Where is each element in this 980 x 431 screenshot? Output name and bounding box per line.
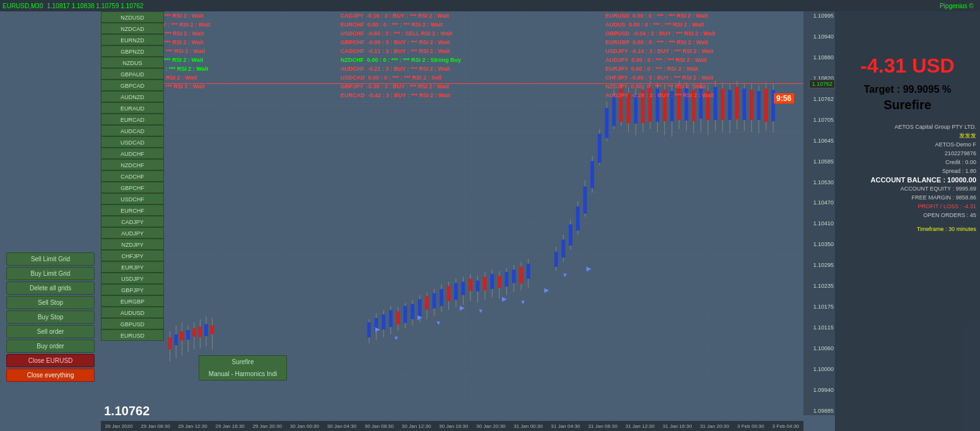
buy-stop-button[interactable]: Buy Stop [6,310,95,324]
pair-usdchf[interactable]: USDCHF [101,193,164,204]
pair-nzdchf[interactable]: NZDCHF [101,159,164,170]
price-tick: 1.10350 [805,241,834,247]
price-tick: 1.10880 [805,54,834,61]
signal-usdchf: USDCHF -0.65 : 3 : *** : SELL RSI 2 : Wa… [341,29,517,38]
price-tick: 1.10115 [805,324,834,331]
pair-audchf[interactable]: AUDCHF [101,148,164,159]
pair-nzdjpy[interactable]: NZDJPY [101,239,164,250]
svg-text:▼: ▼ [435,319,441,326]
svg-rect-27 [180,331,184,340]
svg-rect-43 [382,314,385,329]
pair-chfjpy[interactable]: CHFJPY [101,250,164,261]
pair-gbpcad[interactable]: GBPCAD [101,80,164,91]
dropdown-manual-harmonics[interactable]: Manual - Harmonics Indi [199,368,286,380]
close-everything-button[interactable]: Close everything [6,369,95,382]
signal-usdcad: USDCAD 0.00 : 0 : *** : *** RSI 2 : Sell [341,73,517,82]
time-tick: 3 Feb 04:30 [773,423,800,429]
delete-all-grids-button[interactable]: Delete all grids [6,281,95,295]
svg-rect-95 [590,161,594,188]
pair-audjpy[interactable]: AUDJPY [101,227,164,239]
pair-nzdus[interactable]: NZDUS [101,57,164,68]
signal-eurcad: EURCAD -0.42 : 3 : BUY : *** RSI 2 : Wai… [341,91,517,100]
svg-rect-39 [367,322,371,338]
svg-text:▶: ▶ [502,295,507,302]
time-scale: 29 Jan 2020 29 Jan 08:30 29 Jan 12:30 29… [101,421,803,431]
time-tick: 31 Jan 08:30 [588,423,617,429]
signal-audjpy-col3b: AUDJPY -0.29 : 3 : BUY : *** RSI 2 : Wai… [605,91,782,100]
svg-rect-51 [411,304,414,319]
pair-audusd[interactable]: AUDUSD [101,307,164,318]
pair-cadchf[interactable]: CADCHF [101,170,164,182]
sell-order-button[interactable]: Sell order [6,325,95,338]
time-tick: 31 Jan 20:30 [700,423,729,429]
svg-rect-73 [491,274,494,289]
buy-limit-grid-button[interactable]: Buy Limit Grid [6,267,95,280]
buy-order-button[interactable]: Buy order [6,339,95,353]
price-tick: 1.10175 [805,304,834,310]
pair-eurnzd[interactable]: EURNZD [101,34,164,45]
close-eurusd-button[interactable]: Close EURUSD [6,354,95,367]
pair-gbpjpy[interactable]: GBPJPY [101,284,164,295]
svg-rect-85 [554,252,558,267]
right-info-panel: -4.31 USD Target : 99.9095 % Surefire AE… [835,11,980,431]
svg-rect-31 [192,328,196,336]
pair-eurusd[interactable]: EURUSD [101,329,164,341]
svg-rect-81 [519,267,523,284]
svg-rect-47 [396,311,400,324]
price-tick: 1.10645 [805,138,834,144]
svg-rect-57 [433,293,436,309]
svg-rect-101 [612,96,616,126]
time-tick: 29 Jan 12:30 [178,423,207,429]
pair-eurcad[interactable]: EURCAD [101,114,164,125]
pair-eurgbp[interactable]: EURGBP [101,295,164,307]
pair-euraud[interactable]: EURAUD [101,102,164,114]
target-display: Target : 99.9095 % [839,84,976,95]
sell-stop-button[interactable]: Sell Stop [6,296,95,309]
signal-chfjpy: CHFJPY -0.60 : 3 : BUY : *** RSI 2 : Wai… [605,73,782,82]
pnl-value: -4.31 [963,203,976,210]
signal-gbpjpy: GBPJPY -0.39 : 3 : BUY : *** RSI 2 : Wai… [341,82,517,91]
svg-rect-91 [576,206,580,230]
pair-gbpusd[interactable]: GBPUSD [101,318,164,329]
svg-rect-67 [469,279,472,291]
svg-rect-29 [186,330,190,339]
pair-gbpaud[interactable]: GBPAUD [101,68,164,80]
pair-eurjpy[interactable]: EURJPY [101,261,164,273]
pair-usdcad[interactable]: USDCAD [101,136,164,148]
time-tick: 30 Jan 08:30 [365,423,394,429]
pair-gbpchf[interactable]: GBPCHF [101,182,164,193]
price-tick: 1.10060 [805,345,834,351]
svg-rect-99 [605,108,609,138]
pair-usdjpy[interactable]: USDJPY [101,273,164,284]
pair-cadjpy[interactable]: CADJPY [101,216,164,227]
pnl-display: -4.31 USD [839,54,976,78]
profit-loss: PROFIT / LOSS : -4.31 [839,202,976,211]
svg-text:▶: ▶ [544,286,549,293]
svg-text:▶: ▶ [586,265,592,272]
pair-audcad[interactable]: AUDCAD [101,125,164,136]
time-tick: 30 Jan 16:30 [439,423,468,429]
bottom-price-display: 1.10762 [104,404,149,418]
pair-nzdcad[interactable]: NZDCAD [101,23,164,34]
account-name: AETOS-Demo F [839,140,976,149]
ohlc-prices: 1.10817 1.10838 1.10759 1.10762 [47,3,143,9]
price-tick: 1.09940 [805,387,834,393]
signals-column-3: EURUSD 0.00 : 0 : *** : *** RSI 2 : Wait… [605,11,782,100]
svg-text:▼: ▼ [562,271,568,278]
time-tick: 30 Jan 04:30 [327,423,356,429]
broker-chinese: 发发发 [839,131,976,140]
open-orders-value: 45 [970,212,976,218]
price-tick: 1.10530 [805,179,834,186]
pair-gbpnzd[interactable]: GBPNZD [101,45,164,57]
svg-rect-37 [211,325,214,334]
svg-rect-59 [440,289,443,306]
pnl-label: PROFIT / LOSS : [918,203,962,210]
pair-audnzd[interactable]: AUDNZD [101,91,164,102]
svg-rect-25 [174,334,178,345]
pair-nzdusd[interactable]: NZDUSD [101,11,164,23]
sell-limit-grid-button[interactable]: Sell Limit Grid [6,252,95,266]
pair-eurchf[interactable]: EURCHF [101,204,164,216]
svg-rect-69 [476,281,480,292]
svg-rect-33 [199,326,202,337]
dropdown-surefire[interactable]: Surefire [199,356,286,368]
